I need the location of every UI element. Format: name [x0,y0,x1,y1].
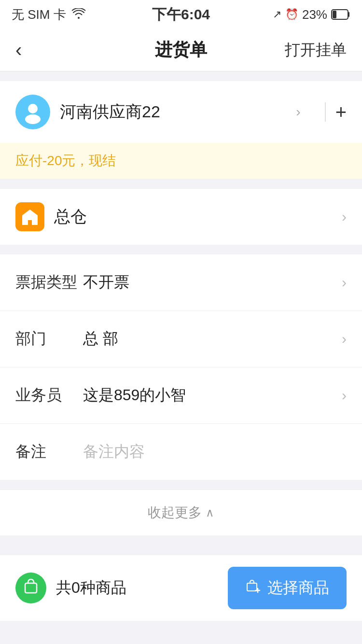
svg-rect-1 [333,11,336,18]
form-row-remark[interactable]: 备注 备注内容 [0,424,362,480]
remark-label: 备注 [15,441,83,462]
supplier-divider [325,102,326,122]
salesperson-label: 业务员 [15,385,83,406]
nav-bar: ‹ 进货单 打开挂单 [0,29,362,71]
warehouse-row[interactable]: 总仓 › [0,188,362,245]
collapse-row[interactable]: 收起更多 ∧ [0,490,362,535]
form-section: 票据类型 不开票 › 部门 总 部 › 业务员 这是859的小智 › 备注 备注… [0,254,362,480]
carrier-label: 无 SIM 卡 [12,6,66,23]
select-product-label: 选择商品 [267,577,329,599]
department-value: 总 部 [83,328,342,350]
bottom-bar: 共0种商品 选择商品 [0,555,362,621]
notice-text: 应付-20元，现结 [15,153,116,168]
select-product-button[interactable]: 选择商品 [228,567,347,609]
status-left: 无 SIM 卡 [12,6,85,23]
invoice-label: 票据类型 [15,272,83,293]
svg-point-3 [25,114,41,124]
svg-point-2 [28,104,38,113]
form-row-invoice[interactable]: 票据类型 不开票 › [0,254,362,311]
salesperson-chevron-icon: › [342,387,347,404]
supplier-name: 河南供应商22 [60,101,296,123]
product-count: 共0种商品 [56,577,228,599]
status-time: 下午6:04 [152,5,210,25]
supplier-section: 河南供应商22 › + 应付-20元，现结 [0,81,362,179]
collapse-label: 收起更多 [148,504,202,522]
form-row-department[interactable]: 部门 总 部 › [0,311,362,367]
svg-rect-5 [247,583,257,591]
collapse-arrow-icon: ∧ [206,506,214,519]
product-icon [15,573,46,603]
invoice-chevron-icon: › [342,274,347,291]
status-bar: 无 SIM 卡 下午6:04 ↗ ⏰ 23% [0,0,362,29]
select-product-icon [245,580,262,596]
page-title: 进货单 [155,38,207,62]
invoice-value: 不开票 [83,272,342,293]
open-pending-button[interactable]: 打开挂单 [285,40,347,61]
form-row-salesperson[interactable]: 业务员 这是859的小智 › [0,367,362,424]
supplier-row[interactable]: 河南供应商22 › + [0,81,362,143]
battery-icon [331,9,350,20]
location-icon: ↗ [273,8,281,21]
warehouse-divider [0,179,362,188]
department-label: 部门 [15,328,83,350]
battery-label: 23% [302,7,327,22]
alarm-icon: ⏰ [285,8,298,21]
warehouse-chevron-icon: › [342,209,347,225]
bottom-divider [0,535,362,545]
notice-bar: 应付-20元，现结 [0,143,362,179]
svg-rect-4 [25,583,37,593]
add-supplier-button[interactable]: + [335,101,347,123]
warehouse-icon [15,202,44,231]
remark-value[interactable]: 备注内容 [83,441,347,462]
department-chevron-icon: › [342,331,347,347]
salesperson-value: 这是859的小智 [83,385,342,406]
status-right: ↗ ⏰ 23% [273,7,350,22]
wifi-icon [72,7,85,22]
back-button[interactable]: ‹ [15,39,22,61]
top-divider [0,71,362,81]
warehouse-name: 总仓 [54,206,342,228]
page-body: 河南供应商22 › + 应付-20元，现结 总仓 › 票据类型 不开票 › 部门… [0,71,362,644]
supplier-avatar [15,95,50,129]
supplier-chevron-icon: › [296,104,300,120]
